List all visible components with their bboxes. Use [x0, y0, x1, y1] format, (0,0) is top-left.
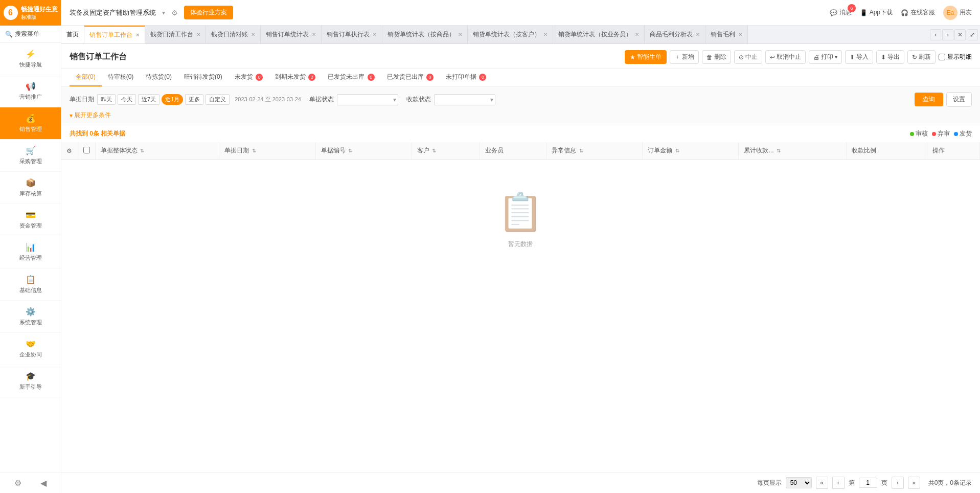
app-download-item[interactable]: 📱 App下载: [860, 8, 893, 17]
tab-sales-exec[interactable]: 销售订单执行表 ✕: [322, 26, 382, 44]
tab-cash-reconcile-close[interactable]: ✕: [251, 32, 255, 37]
tab-sales-stats-close[interactable]: ✕: [312, 32, 316, 37]
filter-tab-not-shipped[interactable]: 未发货 0: [229, 69, 269, 86]
sidebar-item-base[interactable]: 📋 基础信息: [0, 268, 61, 301]
topbar-settings-icon[interactable]: ⚙: [171, 9, 178, 17]
sidebar-item-marketing[interactable]: 📢 营销推广: [0, 75, 61, 107]
status-select-wrapper: [337, 94, 398, 105]
sidebar-item-purchase[interactable]: 🛒 采购管理: [0, 140, 61, 172]
tab-close-all[interactable]: ✕: [954, 29, 966, 40]
tab-sales-sum-customer-close[interactable]: ✕: [543, 32, 548, 37]
sidebar-item-system[interactable]: ⚙️ 系统管理: [0, 301, 61, 333]
sort-date-icon[interactable]: ⇅: [252, 148, 256, 153]
tab-sales-sum-staff-close[interactable]: ✕: [635, 32, 639, 37]
sort-abnormal-icon[interactable]: ⇅: [579, 148, 583, 153]
reject-action[interactable]: 弃审: [932, 129, 950, 138]
date-btn-yesterday[interactable]: 昨天: [97, 94, 116, 105]
sort-customer-icon[interactable]: ⇅: [432, 148, 436, 153]
tab-cash-daily[interactable]: 钱货日清工作台 ✕: [145, 26, 206, 44]
filter-tab-shipped-stored[interactable]: 已发货已出库 0: [381, 69, 440, 86]
sort-number-icon[interactable]: ⇅: [348, 148, 352, 153]
show-detail-checkbox[interactable]: [939, 54, 945, 60]
cancel-pause-button[interactable]: ↩ 取消中止: [765, 50, 806, 64]
first-page-button[interactable]: «: [816, 477, 828, 489]
sort-amount-icon[interactable]: ⇅: [675, 148, 679, 153]
tab-scroll-left[interactable]: ‹: [930, 29, 941, 40]
tab-product-margin-close[interactable]: ✕: [696, 32, 700, 37]
receipt-select[interactable]: [434, 94, 495, 105]
status-select[interactable]: [337, 94, 398, 105]
message-icon-item[interactable]: 💬 6 消息: [830, 8, 852, 17]
setting-button[interactable]: 设置: [946, 92, 972, 107]
sidebar-item-inventory[interactable]: 📦 库存核算: [0, 172, 61, 204]
filter-tab-not-printed[interactable]: 未打印单据 0: [440, 69, 492, 86]
sidebar-item-enterprise[interactable]: 🤝 企业协同: [0, 333, 61, 365]
tab-sales-sum-customer[interactable]: 销货单统计表（按客户） ✕: [468, 26, 553, 44]
review-action[interactable]: 审核: [910, 129, 928, 138]
tab-sales-sum-product-close[interactable]: ✕: [458, 32, 462, 37]
sidebar-item-finance[interactable]: 💳 资金管理: [0, 204, 61, 236]
export-button[interactable]: ⬇ 导出: [876, 50, 904, 64]
page-input[interactable]: [859, 478, 877, 488]
expand-filter-button[interactable]: ▾ 展开更多条件: [70, 111, 972, 120]
query-button[interactable]: 查询: [915, 93, 943, 106]
filter-tab-all[interactable]: 全部(0): [70, 69, 102, 86]
filter-tab-wangpu-ship[interactable]: 旺铺待发货(0): [178, 69, 229, 86]
ship-action[interactable]: 发货: [954, 129, 972, 138]
delete-button[interactable]: 🗑 删除: [702, 50, 731, 64]
tab-sales-more-close[interactable]: ✕: [738, 32, 742, 37]
next-page-button[interactable]: ›: [892, 477, 904, 489]
date-btn-1month[interactable]: 近1月: [162, 94, 183, 105]
tab-sales-workbench-close[interactable]: ✕: [135, 32, 140, 38]
tab-sales-exec-close[interactable]: ✕: [373, 32, 377, 37]
tab-product-margin[interactable]: 商品毛利分析表 ✕: [645, 26, 705, 44]
refresh-button[interactable]: ↻ 刷新: [907, 50, 936, 64]
col-settings[interactable]: ⚙: [61, 142, 78, 160]
filter-tab-pending-review-label: 待审核(0): [108, 73, 134, 80]
sidebar-item-search[interactable]: 🔍 搜索菜单: [0, 26, 61, 43]
industry-solution-button[interactable]: 体验行业方案: [184, 6, 233, 19]
filter-tab-pending-pickup[interactable]: 待拣货(0): [140, 69, 178, 86]
tab-sales-more[interactable]: 销售毛利 ✕: [705, 26, 748, 44]
tab-scroll-right[interactable]: ›: [942, 29, 953, 40]
sort-status-icon[interactable]: ⇅: [140, 148, 144, 153]
dropdown-icon[interactable]: ▾: [162, 9, 165, 16]
tab-sales-sum-staff[interactable]: 销货单统计表（按业务员） ✕: [553, 26, 645, 44]
tab-home[interactable]: 首页: [61, 26, 84, 44]
sidebar-settings-icon[interactable]: ⚙: [14, 478, 21, 488]
date-btn-custom[interactable]: 自定义: [206, 94, 230, 105]
import-button[interactable]: ⬆ 导入: [845, 50, 873, 64]
sidebar-collapse-icon[interactable]: ◀: [40, 478, 47, 488]
date-btn-more[interactable]: 更多: [185, 94, 203, 105]
filter-tab-shipped-not-stored[interactable]: 已发货未出库 0: [322, 69, 380, 86]
filter-receipt-item: 收款状态: [406, 94, 495, 105]
sidebar-item-sales[interactable]: 💰 销售管理: [0, 107, 61, 140]
tab-cash-reconcile[interactable]: 钱货日清对账 ✕: [206, 26, 261, 44]
print-button[interactable]: 🖨 打印 ▾: [809, 50, 842, 64]
sort-collected-icon[interactable]: ⇅: [777, 148, 781, 153]
tab-cash-daily-close[interactable]: ✕: [196, 32, 200, 37]
sidebar-item-guide[interactable]: 🎓 新手引导: [0, 365, 61, 397]
tab-sales-sum-product[interactable]: 销货单统计表（按商品） ✕: [382, 26, 468, 44]
tab-sales-workbench[interactable]: 销售订单工作台 ✕: [84, 26, 145, 44]
tab-maximize[interactable]: ⤢: [967, 29, 978, 40]
user-item[interactable]: Ea 用友: [943, 6, 972, 20]
sidebar-item-operation[interactable]: 📊 经营管理: [0, 236, 61, 268]
add-button[interactable]: ＋ 新增: [670, 50, 699, 64]
last-page-button[interactable]: »: [908, 477, 920, 489]
tab-sales-stats[interactable]: 销售订单统计表 ✕: [261, 26, 322, 44]
smart-create-button[interactable]: ★ 智能生单: [625, 50, 667, 64]
filter-tab-overdue-ship[interactable]: 到期未发货 0: [269, 69, 322, 86]
select-all-checkbox[interactable]: [83, 147, 90, 153]
online-service-item[interactable]: 🎧 在线客服: [901, 8, 935, 17]
show-detail-label[interactable]: 显示明细: [939, 53, 972, 61]
prev-page-button[interactable]: ‹: [832, 477, 845, 489]
col-checkbox[interactable]: [78, 142, 95, 160]
sidebar-item-quick[interactable]: ⚡ 快捷导航: [0, 43, 61, 75]
filter-tab-pending-review[interactable]: 待审核(0): [102, 69, 140, 86]
date-btn-today[interactable]: 今天: [118, 94, 136, 105]
per-page-select[interactable]: 50 20 100: [786, 477, 812, 488]
tab-sales-sum-customer-label: 销货单统计表（按客户）: [473, 30, 540, 39]
pause-button[interactable]: ⊘ 中止: [734, 50, 762, 64]
date-btn-7days[interactable]: 近7天: [138, 94, 159, 105]
